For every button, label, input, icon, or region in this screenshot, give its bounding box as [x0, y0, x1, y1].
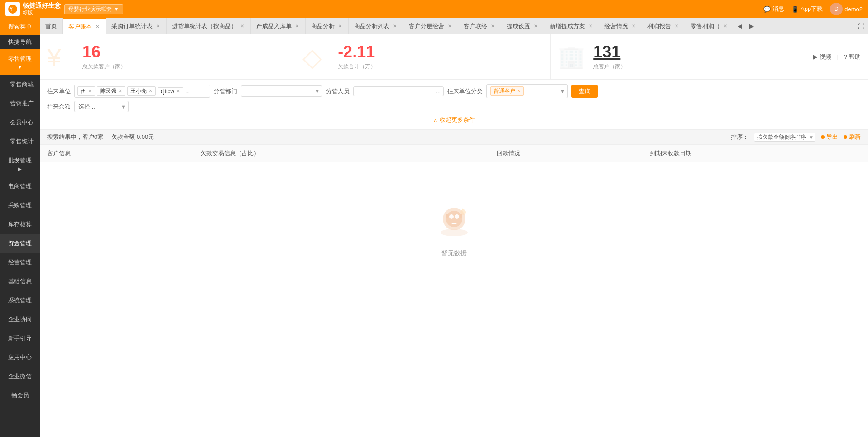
tab-home[interactable]: 首页 — [40, 18, 63, 34]
tab-production[interactable]: 产成品入库单 ✕ — [251, 18, 306, 34]
refresh-btn[interactable]: 刷新 — [844, 133, 861, 141]
message-btn[interactable]: 💬 消息 — [763, 5, 784, 13]
user-avatar-btn[interactable]: D demo2 — [830, 3, 863, 15]
tab-goods-analysis[interactable]: 商品分析 ✕ — [306, 18, 349, 34]
tab-new-raise[interactable]: 新增提成方案 ✕ — [544, 18, 599, 34]
sidebar-item-label: 资金管理 — [8, 239, 32, 247]
tab-close-new-raise[interactable]: ✕ — [588, 23, 593, 29]
sidebar-item-basic-info[interactable]: 基础信息 — [0, 272, 40, 291]
help-link[interactable]: ? 帮助 — [844, 53, 861, 61]
sidebar-item-system[interactable]: 系统管理 — [0, 291, 40, 310]
tab-customer-contact[interactable]: 客户联络 ✕ — [458, 18, 501, 34]
tab-close-stock-stat[interactable]: ✕ — [240, 23, 245, 29]
tab-close-retail-profit[interactable]: ✕ — [723, 23, 728, 29]
tab-profit-report[interactable]: 利润报告 ✕ — [642, 18, 685, 34]
balance-label: 往来余额 — [47, 103, 71, 111]
page-content: ¥ 16 总欠款客户（家） ◇ -2.11 欠款合计（万） 🏢 131 总客户（… — [40, 34, 868, 437]
unit-label: 往来单位 — [47, 87, 71, 95]
dept-label: 分管部门 — [214, 87, 237, 95]
tab-close-accounts[interactable]: ✕ — [95, 23, 100, 30]
tab-close-operation[interactable]: ✕ — [631, 23, 636, 29]
remove-tag-cjttcw[interactable]: ✕ — [176, 88, 180, 94]
unit-tags-more[interactable]: ... — [185, 88, 190, 95]
tab-purchase-order[interactable]: 采购订单统计表 ✕ — [106, 18, 167, 34]
sidebar-item-retail-mall[interactable]: 零售商城 — [0, 75, 40, 94]
video-link[interactable]: ▶ 视频 — [813, 53, 831, 61]
unit-tags-group[interactable]: 伍 ✕ 陈民强 ✕ 王小亮 ✕ — [74, 85, 210, 98]
tab-accounts[interactable]: 客户账本 ✕ — [63, 18, 106, 34]
remove-tag-wu[interactable]: ✕ — [88, 88, 92, 94]
query-button[interactable]: 查询 — [571, 85, 598, 98]
svg-point-0 — [8, 5, 17, 14]
top-bar-left: ¥ 畅捷通好生意 标版 母婴行业演示帐套 ▼ — [5, 2, 123, 16]
logo-text: 畅捷通好生意 — [23, 2, 61, 10]
sidebar-quick-nav[interactable]: 快捷导航 — [0, 35, 40, 49]
svg-text:¥: ¥ — [10, 7, 13, 12]
sidebar-item-wholesale[interactable]: 批发管理 ▶ — [0, 151, 40, 177]
top-bar: ¥ 畅捷通好生意 标版 母婴行业演示帐套 ▼ 💬 消息 📱 App下载 — [0, 0, 868, 18]
tab-close-purchase-order[interactable]: ✕ — [155, 23, 161, 29]
sidebar-item-retail-stats[interactable]: 零售统计 — [0, 132, 40, 151]
tab-customer-segment[interactable]: 客户分层经营 ✕ — [403, 18, 458, 34]
sidebar: 搜索菜单 快捷导航 零售管理 ▼ 零售商城 营销推广 会员中心 零售统计 批发管… — [0, 18, 40, 437]
sidebar-item-member-center[interactable]: 会员中心 — [0, 113, 40, 132]
sidebar-item-marketing[interactable]: 营销推广 — [0, 94, 40, 113]
stat-total-customers: ¥ 16 总欠款客户（家） — [40, 34, 295, 79]
result-bar-right: 排序： 按欠款金额倒序排序 ▼ 导出 — [731, 133, 861, 142]
col-repayment: 回款情况 — [489, 145, 643, 162]
tab-overflow-btn2[interactable]: ▶ — [746, 23, 758, 29]
sidebar-item-inventory[interactable]: 库存核算 — [0, 215, 40, 234]
sidebar-item-app-center[interactable]: 应用中心 — [0, 348, 40, 367]
sidebar-item-member[interactable]: 畅会员 — [0, 386, 40, 405]
sidebar-item-ecommerce[interactable]: 电商管理 — [0, 177, 40, 196]
sidebar-item-enterprise-wechat[interactable]: 企业微信 — [0, 367, 40, 386]
tab-close-goods-analysis[interactable]: ✕ — [337, 23, 343, 29]
sidebar-search[interactable]: 搜索菜单 — [0, 18, 40, 35]
sidebar-item-label: 经营管理 — [8, 258, 32, 266]
tab-close-customer-contact[interactable]: ✕ — [490, 23, 495, 29]
dept-select[interactable] — [241, 86, 322, 97]
tab-operation[interactable]: 经营情况 ✕ — [599, 18, 642, 34]
sidebar-item-operations[interactable]: 经营管理 — [0, 253, 40, 272]
tab-close-production[interactable]: ✕ — [294, 23, 300, 29]
tab-close-goods-analysis-list[interactable]: ✕ — [392, 23, 398, 29]
sidebar-item-newbie[interactable]: 新手引导 — [0, 329, 40, 348]
sidebar-item-label: 批发管理 — [8, 157, 32, 165]
collapse-btn[interactable]: ∧ 收起更多条件 — [433, 115, 475, 125]
collapse-row: ∧ 收起更多条件 — [47, 115, 861, 125]
remove-tag-wang[interactable]: ✕ — [149, 88, 153, 94]
tab-stock-stat[interactable]: 进货单统计表（按商品） ✕ — [167, 18, 251, 34]
person-input[interactable]: ... — [353, 86, 444, 96]
tab-close-raise-settings[interactable]: ✕ — [533, 23, 538, 29]
category-select-wrap: 普通客户 ✕ ▼ — [486, 84, 568, 98]
sidebar-item-purchase[interactable]: 采购管理 — [0, 196, 40, 215]
tab-raise-settings[interactable]: 提成设置 ✕ — [501, 18, 544, 34]
sidebar-item-label: 零售商城 — [10, 81, 34, 89]
tab-close-profit-report[interactable]: ✕ — [674, 23, 679, 29]
tab-retail-profit[interactable]: 零售利润（ ✕ — [685, 18, 734, 34]
unit-tag-wu: 伍 ✕ — [77, 86, 95, 96]
tab-minimize-btn[interactable]: — — [841, 18, 854, 34]
account-dropdown[interactable]: 母婴行业演示帐套 ▼ — [64, 4, 123, 14]
remove-tag-chen[interactable]: ✕ — [118, 88, 122, 94]
balance-select[interactable]: 选择... — [74, 101, 129, 112]
sidebar-item-finance[interactable]: 资金管理 — [0, 234, 40, 253]
avatar: D — [830, 3, 843, 15]
chevron-up-icon: ∧ — [433, 117, 438, 124]
app-download-btn[interactable]: 📱 App下载 — [791, 5, 823, 13]
phone-icon: 📱 — [791, 6, 799, 13]
chevron-down-icon: ▼ — [114, 6, 119, 12]
export-btn[interactable]: 导出 — [821, 133, 838, 141]
sidebar-item-enterprise[interactable]: 企业协同 — [0, 310, 40, 329]
sort-select[interactable]: 按欠款金额倒序排序 — [754, 133, 815, 142]
tab-overflow-btn[interactable]: ◀ — [734, 23, 746, 29]
sidebar-item-retail[interactable]: 零售管理 ▼ — [0, 49, 40, 75]
remove-category-tag[interactable]: ✕ — [517, 88, 521, 94]
stat-total-customers-label: 总欠款客户（家） — [51, 63, 126, 71]
content-area: 首页 客户账本 ✕ 采购订单统计表 ✕ 进货单统计表（按商品） ✕ 产成品入库单… — [40, 18, 868, 437]
tab-expand-btn[interactable]: ⛶ — [854, 18, 868, 34]
result-bar: 搜索结果中，客户0家 欠款金额 0.00元 排序： 按欠款金额倒序排序 ▼ — [40, 130, 868, 145]
svg-point-6 — [455, 214, 459, 219]
tab-close-customer-segment[interactable]: ✕ — [447, 23, 452, 29]
tab-goods-analysis-list[interactable]: 商品分析列表 ✕ — [349, 18, 403, 34]
